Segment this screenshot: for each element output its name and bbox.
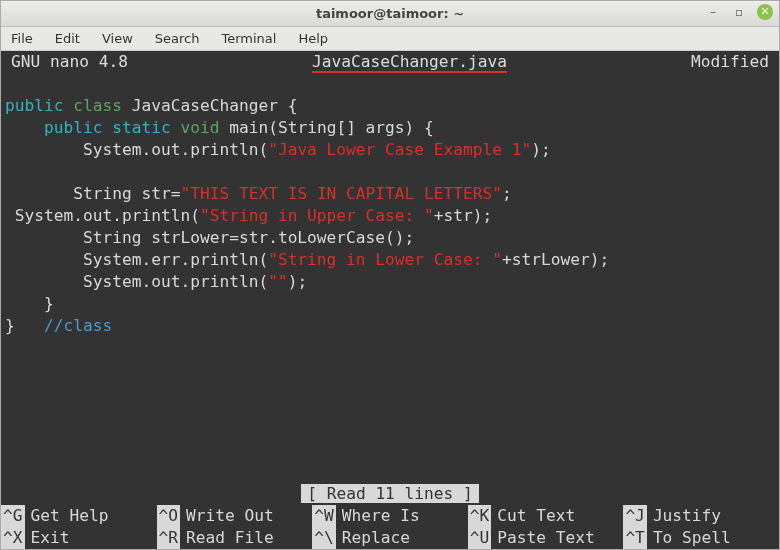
code-kw: public xyxy=(5,96,63,115)
editor-content[interactable]: public class JavaCaseChanger { public st… xyxy=(1,73,779,359)
shortcut-label: Get Help xyxy=(31,505,109,527)
window-controls: – ▫ ✕ xyxy=(705,4,773,20)
nano-filename-wrap: JavaCaseChanger.java xyxy=(128,51,691,73)
menu-edit[interactable]: Edit xyxy=(51,29,84,48)
shortcut-label: Where Is xyxy=(342,505,420,527)
shortcut-cut-text[interactable]: ^KCut Text xyxy=(468,505,624,527)
nano-status-text: [ Read 11 lines ] xyxy=(301,484,479,503)
code-kw: public xyxy=(5,118,102,137)
shortcut-where-is[interactable]: ^WWhere Is xyxy=(312,505,468,527)
shortcut-to-spell[interactable]: ^TTo Spell xyxy=(623,527,779,549)
code-text: ); xyxy=(531,140,551,159)
menu-terminal[interactable]: Terminal xyxy=(217,29,280,48)
shortcut-label: Justify xyxy=(653,505,721,527)
shortcut-paste-text[interactable]: ^UPaste Text xyxy=(468,527,624,549)
menu-view[interactable]: View xyxy=(98,29,137,48)
shortcut-key: ^\ xyxy=(312,527,336,549)
code-blank xyxy=(5,162,15,181)
code-text: String str= xyxy=(5,184,180,203)
code-kw: class xyxy=(63,96,121,115)
code-text: System.err.println( xyxy=(5,250,268,269)
shortcut-row-2: ^XExit ^RRead File ^\Replace ^UPaste Tex… xyxy=(1,527,779,549)
shortcut-key: ^R xyxy=(157,527,181,549)
code-text: System.out.println( xyxy=(5,272,268,291)
code-string: "String in Lower Case: " xyxy=(268,250,502,269)
maximize-icon[interactable]: ▫ xyxy=(731,4,747,20)
menu-file[interactable]: File xyxy=(7,29,37,48)
code-string: "" xyxy=(268,272,288,291)
nano-header: GNU nano 4.8 JavaCaseChanger.java Modifi… xyxy=(1,51,779,73)
shortcut-label: Read File xyxy=(186,527,274,549)
code-string: "String in Upper Case: " xyxy=(200,206,434,225)
code-text: main(String[] args) { xyxy=(219,118,433,137)
menubar: File Edit View Search Terminal Help xyxy=(1,27,779,51)
window-title: taimoor@taimoor: ~ xyxy=(316,6,464,21)
code-comment: //class xyxy=(44,316,112,335)
nano-modified: Modified xyxy=(691,51,769,73)
shortcut-key: ^T xyxy=(623,527,647,549)
code-string: "Java Lower Case Example 1" xyxy=(268,140,531,159)
code-text: JavaCaseChanger { xyxy=(122,96,297,115)
shortcut-label: Cut Text xyxy=(497,505,575,527)
nano-status: [ Read 11 lines ] xyxy=(1,483,779,505)
code-text: ; xyxy=(502,184,512,203)
shortcut-justify[interactable]: ^JJustify xyxy=(623,505,779,527)
shortcut-key: ^W xyxy=(312,505,336,527)
shortcut-label: Write Out xyxy=(186,505,274,527)
shortcut-label: Exit xyxy=(31,527,70,549)
terminal[interactable]: GNU nano 4.8 JavaCaseChanger.java Modifi… xyxy=(1,51,779,549)
nano-version: GNU nano 4.8 xyxy=(11,51,128,73)
code-string: "THIS TEXT IS IN CAPITAL LETTERS" xyxy=(180,184,502,203)
shortcut-row-1: ^GGet Help ^OWrite Out ^WWhere Is ^KCut … xyxy=(1,505,779,527)
code-text: ); xyxy=(288,272,308,291)
shortcut-label: To Spell xyxy=(653,527,731,549)
code-text: +str); xyxy=(434,206,492,225)
titlebar: taimoor@taimoor: ~ – ▫ ✕ xyxy=(1,1,779,27)
shortcut-exit[interactable]: ^XExit xyxy=(1,527,157,549)
shortcut-replace[interactable]: ^\Replace xyxy=(312,527,468,549)
shortcut-label: Paste Text xyxy=(497,527,594,549)
shortcut-write-out[interactable]: ^OWrite Out xyxy=(157,505,313,527)
code-text: String strLower=str.toLowerCase(); xyxy=(5,228,414,247)
code-text: } xyxy=(5,294,54,313)
shortcut-get-help[interactable]: ^GGet Help xyxy=(1,505,157,527)
app-window: taimoor@taimoor: ~ – ▫ ✕ File Edit View … xyxy=(0,0,780,550)
shortcut-key: ^O xyxy=(157,505,181,527)
code-text: System.out.println( xyxy=(5,206,200,225)
shortcut-read-file[interactable]: ^RRead File xyxy=(157,527,313,549)
code-kw: static xyxy=(102,118,170,137)
nano-shortcuts: ^GGet Help ^OWrite Out ^WWhere Is ^KCut … xyxy=(1,505,779,549)
menu-help[interactable]: Help xyxy=(294,29,332,48)
nano-filename: JavaCaseChanger.java xyxy=(312,52,507,73)
menu-search[interactable]: Search xyxy=(151,29,204,48)
code-text: +strLower); xyxy=(502,250,609,269)
shortcut-key: ^X xyxy=(1,527,25,549)
shortcut-key: ^J xyxy=(623,505,647,527)
minimize-icon[interactable]: – xyxy=(705,4,721,20)
code-text: } xyxy=(5,316,44,335)
code-kw: void xyxy=(171,118,220,137)
shortcut-key: ^K xyxy=(468,505,492,527)
close-icon[interactable]: ✕ xyxy=(757,4,773,20)
code-text: System.out.println( xyxy=(5,140,268,159)
shortcut-key: ^G xyxy=(1,505,25,527)
shortcut-key: ^U xyxy=(468,527,492,549)
shortcut-label: Replace xyxy=(342,527,410,549)
